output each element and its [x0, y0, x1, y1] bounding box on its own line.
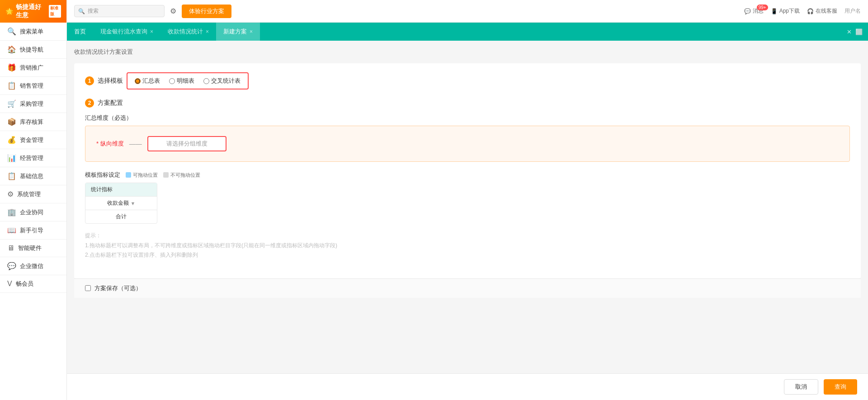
gift-icon: 🎁 — [7, 63, 16, 72]
tab-new-plan[interactable]: 新建方案 × — [216, 23, 260, 41]
sidebar-item-wechat[interactable]: 💬 企业微信 — [0, 257, 66, 275]
sidebar-item-sales[interactable]: 📋 销售管理 — [0, 77, 66, 95]
sidebar-item-guide[interactable]: 📖 新手引导 — [0, 221, 66, 240]
stats-col-header[interactable]: 收款金额 ▼ — [85, 197, 157, 210]
radio-detail-input[interactable] — [169, 78, 175, 84]
sidebar-item-search[interactable]: 🔍 搜索菜单 — [0, 23, 66, 41]
sidebar-item-system[interactable]: ⚙ 系统管理 — [0, 185, 66, 203]
tab-receipt-stats[interactable]: 收款情况统计 × — [160, 23, 216, 41]
sidebar-item-enterprise[interactable]: 🏢 企业协同 — [0, 203, 66, 221]
sidebar-item-finance[interactable]: 💰 资金管理 — [0, 131, 66, 149]
sidebar-item-quick-nav[interactable]: 🏠 快捷导航 — [0, 41, 66, 59]
indicator-header: 模板指标设定 可拖动位置 不可拖动位置 — [85, 171, 850, 179]
save-section: 方案保存（可选） — [74, 278, 861, 298]
sidebar-item-label: 经营管理 — [20, 154, 43, 162]
footer: 取消 查询 — [67, 373, 868, 400]
sidebar-item-hardware[interactable]: 🖥 智能硬件 — [0, 240, 66, 257]
sidebar: 🌟 畅捷通好生意 标准版 🔍 搜索菜单 🏠 快捷导航 🎁 营销推广 📋 销售管理… — [0, 0, 67, 400]
settings-icon[interactable]: ⚙ — [170, 7, 176, 15]
step2-header: 2 方案配置 — [85, 99, 850, 108]
service-icon: 🎧 — [807, 8, 814, 14]
radio-summary-label: 汇总表 — [142, 77, 160, 85]
radio-cross-input[interactable] — [203, 78, 209, 84]
radio-detail[interactable]: 明细表 — [169, 77, 194, 85]
main-area: 🔍 搜索 ⚙ 体验行业方案 💬 消息 99+ 📱 App下载 🎧 在线客服 用户… — [67, 0, 868, 400]
close-window-icon[interactable]: ✕ — [847, 28, 852, 35]
sidebar-item-label: 快捷导航 — [20, 46, 43, 54]
tab-bank-flow-close[interactable]: × — [150, 28, 153, 35]
sidebar-item-label: 企业微信 — [20, 262, 43, 270]
radio-summary[interactable]: 汇总表 — [135, 77, 160, 85]
sidebar-item-label: 企业协同 — [20, 208, 43, 216]
dimension-title-text: 汇总维度（必选） — [85, 114, 132, 121]
tip1: 1.拖动标题栏可以调整布局，不可跨维度或指标区域拖动栏目字段(只能在同一维度或指… — [85, 242, 337, 249]
step2-title: 方案配置 — [98, 99, 123, 107]
sidebar-item-marketing[interactable]: 🎁 营销推广 — [0, 59, 66, 77]
tip2: 2.点击标题栏下拉可设置排序、插入列和删除列 — [85, 252, 198, 258]
dim-row-label: * 纵向维度 — [96, 140, 124, 148]
service-link[interactable]: 🎧 在线客服 — [807, 7, 837, 15]
operation-icon: 📊 — [7, 154, 16, 162]
tabbar-actions: ✕ ⬜ — [847, 28, 868, 35]
sidebar-item-inventory[interactable]: 📦 库存核算 — [0, 113, 66, 131]
search-placeholder: 搜索 — [88, 7, 99, 15]
config-panel: 1 选择模板 汇总表 明细表 交叉统计表 — [74, 63, 861, 278]
not-draggable-dot — [163, 172, 169, 178]
col-label: 收款金额 — [107, 199, 129, 207]
dim-select-button[interactable]: 请选择分组维度 — [147, 136, 226, 151]
tab-new-plan-label: 新建方案 — [223, 28, 247, 36]
sidebar-item-label: 搜索菜单 — [20, 28, 43, 36]
tab-bank-flow-label: 现金银行流水查询 — [100, 28, 147, 36]
download-link[interactable]: 📱 App下载 — [771, 7, 800, 15]
tag-draggable: 可拖动位置 — [126, 172, 158, 179]
sidebar-item-label: 库存核算 — [20, 118, 43, 126]
tab-new-plan-close[interactable]: × — [250, 28, 253, 35]
save-checkbox[interactable] — [85, 285, 91, 291]
stats-header: 统计指标 — [85, 183, 157, 197]
draggable-dot — [126, 172, 131, 178]
sidebar-item-label: 智能硬件 — [18, 244, 42, 252]
trial-button[interactable]: 体验行业方案 — [182, 5, 231, 18]
guide-icon: 📖 — [7, 226, 16, 235]
tab-home[interactable]: 首页 — [67, 23, 93, 41]
download-label: App下载 — [779, 7, 800, 15]
tag-draggable-label: 可拖动位置 — [133, 172, 158, 179]
wechat-icon: 💬 — [7, 262, 16, 270]
hardware-icon: 🖥 — [7, 244, 14, 252]
message-icon: 💬 — [744, 8, 751, 14]
tab-receipt-stats-label: 收款情况统计 — [168, 28, 203, 36]
search-box[interactable]: 🔍 搜索 — [74, 5, 165, 17]
tips-title: 提示： — [85, 232, 101, 239]
sidebar-item-label: 销售管理 — [20, 82, 43, 90]
sidebar-item-label: 系统管理 — [17, 190, 41, 198]
tab-receipt-stats-close[interactable]: × — [206, 28, 209, 35]
tab-bank-flow[interactable]: 现金银行流水查询 × — [93, 23, 160, 41]
maximize-icon[interactable]: ⬜ — [855, 28, 863, 35]
sidebar-item-member[interactable]: V 畅会员 — [0, 275, 66, 293]
finance-icon: 💰 — [7, 136, 16, 144]
dimension-area: * 纵向维度 —— 请选择分组维度 — [85, 126, 850, 162]
stats-total-cell: 合计 — [85, 210, 157, 223]
sidebar-item-purchase[interactable]: 🛒 采购管理 — [0, 95, 66, 113]
radio-summary-input[interactable] — [135, 78, 141, 84]
sidebar-item-label: 营销推广 — [20, 64, 43, 72]
sidebar-item-label: 资金管理 — [20, 136, 43, 144]
enterprise-icon: 🏢 — [7, 208, 16, 216]
service-label: 在线客服 — [816, 7, 837, 15]
sidebar-item-basic-info[interactable]: 📋 基础信息 — [0, 167, 66, 185]
download-icon: 📱 — [771, 8, 778, 14]
stats-area: 统计指标 收款金额 ▼ 合计 — [85, 183, 157, 224]
topbar-right: 💬 消息 99+ 📱 App下载 🎧 在线客服 用户名 — [744, 7, 861, 15]
query-button[interactable]: 查询 — [824, 379, 857, 395]
step1-section: 1 选择模板 汇总表 明细表 交叉统计表 — [85, 72, 850, 89]
sidebar-item-operation[interactable]: 📊 经营管理 — [0, 149, 66, 167]
app-logo: 🌟 畅捷通好生意 标准版 — [0, 0, 66, 23]
radio-cross[interactable]: 交叉统计表 — [203, 77, 241, 85]
sidebar-item-label: 新手引导 — [20, 226, 43, 235]
sales-icon: 📋 — [7, 81, 16, 90]
message-badge[interactable]: 💬 消息 99+ — [744, 7, 764, 15]
sidebar-item-label: 采购管理 — [20, 100, 43, 108]
cancel-button[interactable]: 取消 — [784, 379, 818, 395]
dimension-title: 汇总维度（必选） — [85, 114, 850, 122]
dim-arrow-icon: —— — [129, 140, 142, 147]
